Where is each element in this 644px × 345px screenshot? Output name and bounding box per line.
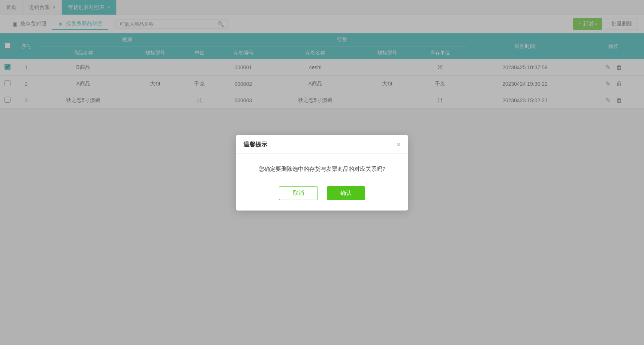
dialog-overlay: 温馨提示 × 您确定要删除选中的存货与发票商品的对应关系吗? 取消 确认 xyxy=(0,0,644,109)
